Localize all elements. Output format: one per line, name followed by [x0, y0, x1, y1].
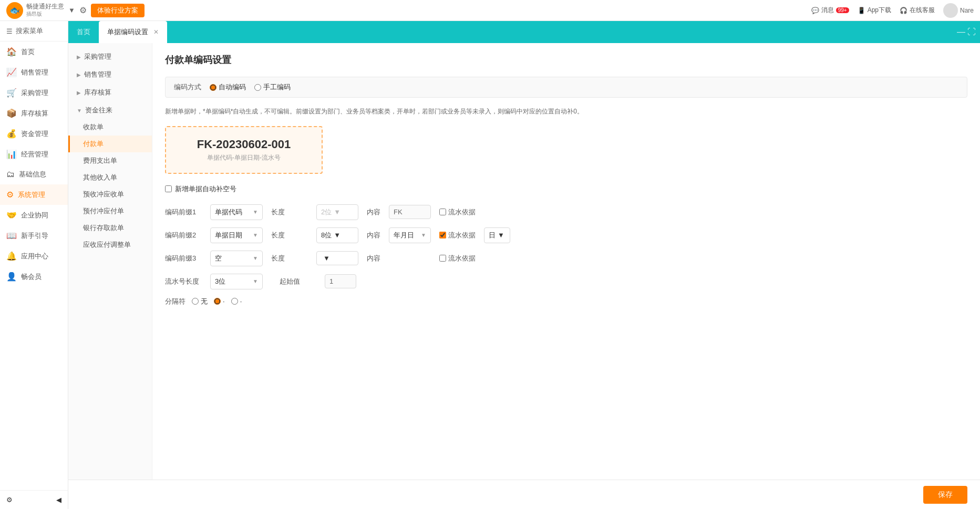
sidebar-item-purchase[interactable]: 🛒 采购管理 — [0, 82, 68, 103]
separator-section: 分隔符 无 · · — [165, 297, 967, 306]
start-value-input[interactable]: 1 — [325, 274, 356, 288]
tab-minimize-icon[interactable]: — — [957, 27, 965, 37]
gear-icon[interactable]: ⚙ — [79, 5, 87, 15]
basic-icon: 🗂 — [6, 170, 15, 179]
prefix2-label: 编码前缀2 — [165, 231, 202, 240]
sidebar-item-guide[interactable]: 📖 新手引导 — [0, 225, 68, 246]
stream3-input[interactable] — [439, 255, 446, 262]
page-title: 付款单编码设置 — [165, 54, 967, 66]
search-menu-button[interactable]: ☰ 搜索菜单 — [0, 21, 68, 41]
left-nav-group-capital: ▼ 资金往来 收款单 付款单 费用支出单 其他收入单 预收冲应收单 预付冲应付单… — [68, 102, 152, 253]
sidebar-label-system: 系统管理 — [18, 190, 45, 200]
auto-fill-checkbox[interactable] — [165, 185, 172, 192]
guide-icon: 📖 — [6, 231, 17, 241]
left-nav-item-bank[interactable]: 银行存取款单 — [68, 220, 152, 236]
sidebar-item-basic[interactable]: 🗂 基础信息 — [0, 164, 68, 184]
sep-none-input[interactable] — [192, 298, 199, 305]
sidebar-item-member[interactable]: 👤 畅会员 — [0, 266, 68, 287]
tab-home[interactable]: 首页 — [68, 21, 99, 43]
sep-dot-input[interactable] — [231, 298, 238, 305]
prefix2-select[interactable]: 单据日期 ▼ — [210, 227, 263, 243]
left-nav-item-prepay-offset[interactable]: 预收冲应收单 — [68, 186, 152, 203]
auto-fill-label: 新增单据自动补空号 — [175, 184, 236, 194]
length1-label: 长度 — [271, 207, 308, 217]
prefix3-select[interactable]: 空 ▼ — [210, 251, 263, 266]
auto-code-input[interactable] — [210, 84, 216, 91]
form-row-prefix1: 编码前缀1 单据代码 ▼ 长度 2位 ▼ 内容 FK 流水依据 — [165, 204, 967, 220]
settings-bottom-icon[interactable]: ⚙ — [6, 496, 13, 504]
left-nav-capital-header[interactable]: ▼ 资金往来 — [68, 102, 152, 119]
stream2-period-arrow: ▼ — [498, 231, 504, 239]
content2-select[interactable]: 年月日 ▼ — [389, 227, 431, 243]
sep-none-radio[interactable]: 无 — [192, 297, 208, 306]
save-button[interactable]: 保存 — [923, 486, 967, 504]
collapse-icon[interactable]: ◀ — [56, 496, 61, 504]
left-nav-item-adjust[interactable]: 应收应付调整单 — [68, 236, 152, 253]
tab-maximize-icon[interactable]: ⛶ — [967, 27, 976, 37]
app-download-button[interactable]: 📱 App下载 — [858, 6, 891, 15]
apps-icon: 🔔 — [6, 251, 17, 261]
tab-close-icon[interactable]: ✕ — [153, 28, 159, 36]
sep-label: 分隔符 — [165, 297, 185, 306]
trial-button[interactable]: 体验行业方案 — [91, 4, 145, 17]
stream2-label: 流水依据 — [448, 231, 476, 240]
sidebar-item-home[interactable]: 🏠 首页 — [0, 41, 68, 62]
stream3-label: 流水依据 — [448, 254, 476, 263]
content3-value — [389, 251, 431, 266]
left-nav-item-advance-offset[interactable]: 预付冲应付单 — [68, 203, 152, 220]
stream1-checkbox[interactable]: 流水依据 — [439, 207, 476, 217]
left-nav-item-payment[interactable]: 付款单 — [68, 136, 152, 152]
sidebar-item-inventory[interactable]: 📦 库存核算 — [0, 103, 68, 123]
tab-code-label: 单据编码设置 — [107, 27, 148, 37]
stream1-input[interactable] — [439, 209, 446, 215]
message-button[interactable]: 💬 消息 99+ — [811, 6, 849, 15]
left-nav-item-other-income[interactable]: 其他收入单 — [68, 169, 152, 186]
sidebar-item-enterprise[interactable]: 🤝 企业协同 — [0, 205, 68, 225]
auto-code-radio[interactable]: 自动编码 — [210, 82, 246, 92]
user-area[interactable]: Nare — [943, 3, 974, 18]
left-nav-purchase-header[interactable]: ▶ 采购管理 — [68, 48, 152, 65]
online-service-button[interactable]: 🎧 在线客服 — [900, 6, 935, 15]
sales-icon: 📈 — [6, 67, 17, 77]
manual-code-radio[interactable]: 手工编码 — [254, 82, 291, 92]
sidebar: ☰ 搜索菜单 🏠 首页 📈 销售管理 🛒 采购管理 📦 库存核算 💰 资金管理 … — [0, 21, 68, 509]
manual-code-input[interactable] — [254, 84, 261, 91]
auto-fill-row: 新增单据自动补空号 — [165, 184, 967, 194]
left-nav-stock-header[interactable]: ▶ 库存核算 — [68, 84, 152, 101]
sidebar-item-apps[interactable]: 🔔 应用中心 — [0, 246, 68, 266]
sidebar-label-member: 畅会员 — [21, 272, 42, 282]
content1-value: FK — [389, 205, 431, 219]
page-content: ▶ 采购管理 ▶ 销售管理 ▶ 库存核算 — [68, 43, 980, 480]
sidebar-item-system[interactable]: ⚙ 系统管理 — [0, 184, 68, 205]
brand-name: 畅捷通好生意 — [26, 3, 64, 11]
tab-code-setting[interactable]: 单据编码设置 ✕ — [99, 21, 167, 43]
encoding-method-label: 编码方式 — [174, 82, 201, 92]
top-bar: 🐟 畅捷通好生意 插昂版 ▼ ⚙ 体验行业方案 💬 消息 99+ 📱 App下载… — [0, 0, 980, 21]
brand-dropdown-arrow[interactable]: ▼ — [68, 6, 75, 14]
stream2-period-value: 日 — [489, 231, 496, 240]
sep-none-label: 无 — [201, 297, 208, 306]
bottom-bar: 保存 — [68, 480, 980, 509]
serial-arrow-icon: ▼ — [253, 278, 258, 284]
sidebar-item-finance[interactable]: 💰 资金管理 — [0, 123, 68, 144]
serial-length-select[interactable]: 3位 ▼ — [210, 274, 263, 289]
stream3-checkbox[interactable]: 流水依据 — [439, 254, 476, 263]
tab-bar-controls: — ⛶ — [957, 27, 980, 37]
stream2-period-select[interactable]: 日 ▼ — [484, 227, 510, 243]
length2-box[interactable]: 8位 ▼ — [316, 227, 358, 243]
stream2-checkbox[interactable]: 流水依据 — [439, 231, 476, 240]
sep-dash-radio[interactable]: · — [214, 297, 225, 305]
left-nav-item-receipt[interactable]: 收款单 — [68, 119, 152, 136]
left-nav-item-expense[interactable]: 费用支出单 — [68, 152, 152, 169]
sidebar-label-business: 经营管理 — [21, 150, 48, 159]
content1-label: 内容 — [367, 207, 380, 217]
prefix1-value: 单据代码 — [215, 207, 242, 217]
left-nav-sales-header[interactable]: ▶ 销售管理 — [68, 66, 152, 83]
stream2-input[interactable] — [439, 232, 446, 238]
length3-box[interactable]: ▼ — [316, 251, 358, 265]
prefix1-select[interactable]: 单据代码 ▼ — [210, 204, 263, 220]
sep-dash-input[interactable] — [214, 298, 221, 305]
sidebar-item-business[interactable]: 📊 经营管理 — [0, 144, 68, 164]
sep-dot-radio[interactable]: · — [231, 297, 242, 305]
sidebar-item-sales[interactable]: 📈 销售管理 — [0, 62, 68, 82]
